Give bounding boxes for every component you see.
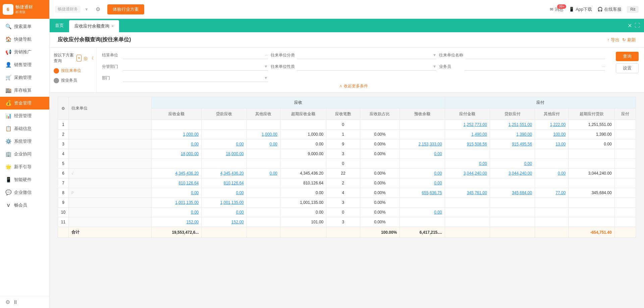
app-download-btn[interactable]: 📱 App下载	[569, 6, 592, 12]
unit-category-input[interactable]	[297, 53, 433, 57]
row-ap-overdue: 1,390.00	[569, 130, 614, 139]
filter-collapse-btn[interactable]: ∧ 收起更多条件	[102, 83, 605, 89]
sidebar-item-hardware[interactable]: 📱 智能硬件	[0, 173, 49, 186]
sidebar-item-finance[interactable]: 💰 资金管理	[0, 97, 49, 109]
row-ar-amount: 0.00	[151, 208, 202, 217]
sidebar-item-marketing[interactable]: 📢 营销推广	[0, 46, 49, 58]
sidebar-item-system[interactable]: ⚙️ 系统管理	[0, 135, 49, 148]
tab-ar-query[interactable]: 应收应付余额查询 ×	[69, 20, 119, 32]
row-ap-amount	[445, 149, 490, 159]
row-ap-overdue	[569, 159, 614, 169]
row-ap-amount: 1,252,773.00	[445, 120, 490, 130]
inventory-icon: 🏬	[5, 87, 11, 93]
col-ar-other: 其他应收	[247, 108, 280, 120]
tab-close-icon[interactable]: ×	[111, 24, 114, 29]
table-row: 4 18,000.00 18,000.00 9,000.00 3 0.00% 0…	[58, 149, 636, 159]
dept-input[interactable]	[123, 76, 264, 80]
sidebar-item-label: 销售管理	[14, 62, 32, 68]
sidebar-item-beginner[interactable]: 🌟 新手引导	[0, 161, 49, 173]
add-filter-btn[interactable]: +	[76, 55, 82, 61]
sidebar-item-sales[interactable]: 👤 销售管理	[0, 58, 49, 71]
row-ar-amount: 152.00	[151, 217, 202, 227]
row-partner	[69, 149, 152, 159]
set-btn[interactable]: 设置	[616, 63, 639, 73]
download-icon: 📱	[569, 7, 574, 12]
wechat-icon: 💬	[5, 189, 11, 195]
col-settings-header[interactable]: ⚙	[58, 97, 69, 120]
row-no: 11	[58, 217, 69, 227]
row-ar-overdue: 101.00	[280, 217, 326, 227]
total-ap-prepaid: 6,417,215....	[400, 227, 445, 238]
row-ar-ratio: 0.00%	[360, 169, 400, 178]
filter-settings-icon[interactable]: ◎	[84, 55, 88, 61]
row-ar-count: 3	[326, 198, 360, 208]
user-menu[interactable]: Rit	[627, 6, 639, 13]
unit-name-input[interactable]	[465, 53, 605, 57]
row-ap-amount: 3,044,240.00	[445, 169, 490, 178]
by-staff-icon	[54, 78, 59, 83]
purchase-icon: 🛒	[5, 75, 11, 81]
sidebar-item-search[interactable]: 🔍 搜索菜单	[0, 20, 49, 33]
sidebar-footer: ⚙ ⏸	[0, 296, 49, 308]
sidebar-item-enterprise[interactable]: 🏢 企业协同	[0, 148, 49, 161]
chevron-down-icon[interactable]: ▼	[85, 7, 89, 12]
row-ar-overdue: 0.00	[280, 208, 326, 217]
sidebar-item-wechat[interactable]: 💬 企业微信	[0, 186, 49, 199]
settlement-unit-dots: ···	[265, 53, 268, 57]
trial-btn[interactable]: 体验行业方案	[107, 4, 144, 14]
row-ar-loan: 4,345,436.20	[202, 169, 247, 178]
window-close-icon[interactable]: ✕	[628, 23, 632, 29]
sidebar-item-inventory[interactable]: 🏬 库存核算	[0, 84, 49, 97]
row-ar-prepaid	[400, 217, 445, 227]
row-ar-other	[247, 120, 280, 130]
message-btn[interactable]: ✉ 消息 99+	[550, 6, 564, 12]
col-partner-header: 往来单位	[69, 97, 152, 120]
collapse-icon[interactable]: ⏸	[13, 299, 18, 305]
row-ap-amount	[445, 198, 490, 208]
sidebar-item-basic[interactable]: 📋 基础信息	[0, 122, 49, 135]
logo-icon: 6	[3, 4, 13, 15]
col-ar-group-header: 应收	[151, 97, 445, 108]
row-ap-overdue	[569, 217, 614, 227]
row-ar-amount: 18,000.00	[151, 149, 202, 159]
sidebar-item-member[interactable]: V 畅会员	[0, 199, 49, 212]
row-ap-loan: 1,251,551.00	[490, 120, 535, 130]
sidebar-item-label: 采购管理	[14, 75, 32, 81]
export-btn[interactable]: ↑ 导出	[607, 37, 620, 43]
sidebar-item-quicknav[interactable]: 🏠 快捷导航	[0, 33, 49, 46]
salesperson-input[interactable]	[465, 64, 602, 69]
sidebar-item-label: 畅会员	[14, 202, 27, 208]
row-ar-count: 0	[326, 159, 360, 169]
finance-icon: 💰	[5, 100, 11, 106]
settings-icon[interactable]: ⚙	[5, 299, 10, 305]
dept-manager-input[interactable]	[123, 64, 264, 69]
row-no: 2	[58, 130, 69, 139]
sidebar-item-operation[interactable]: 📊 经营管理	[0, 109, 49, 122]
tab-home[interactable]: 首页	[50, 19, 69, 32]
filter-row-2: 分管部门 ▼ 往来单位性质 ▼ 业务员	[102, 62, 605, 71]
settlement-unit-input[interactable]	[123, 53, 265, 57]
unit-nature-input[interactable]	[297, 64, 433, 69]
row-ap-loan	[490, 149, 535, 159]
refresh-btn[interactable]: ↻ 刷新	[622, 37, 636, 43]
query-option-by-unit[interactable]: 按往来单位	[50, 66, 96, 76]
query-type-panel: 按以下方案查询 + ◎ 《 按往来单位 按业务员	[50, 48, 97, 92]
filter-collapse-left-icon[interactable]: 《	[90, 55, 94, 61]
row-ap-overdue: 1,251,551.00	[569, 120, 614, 130]
query-option-by-staff[interactable]: 按业务员	[50, 76, 96, 85]
page-content: 应收应付余额查询(按往来单位) ↑ 导出 ↻ 刷新 按以下方案查询 + ◎	[50, 32, 644, 308]
online-service-btn[interactable]: 🎧 在线客服	[597, 6, 622, 12]
row-ar-ratio: 0.00%	[360, 178, 400, 188]
sidebar-item-purchase[interactable]: 🛒 采购管理	[0, 71, 49, 84]
salesperson-dots: ···	[602, 64, 605, 69]
window-expand-icon[interactable]: ⛶	[635, 23, 640, 29]
row-ar-other	[247, 198, 280, 208]
data-table: ⚙ 往来单位 应收 应付 应收金额 贷款应收 其他应收 超期应收金额 应收笔数 …	[58, 97, 636, 238]
query-btn[interactable]: 查询	[616, 52, 639, 61]
gear-icon[interactable]: ⚙	[93, 4, 103, 15]
row-ap-loan: 3,044,240.00	[490, 169, 535, 178]
tabbar: 首页 应收应付余额查询 × ✕ ⛶	[50, 19, 644, 32]
table-row: 8 P 0.00 0.00 0.00 4 0.00% 655,636.75 34…	[58, 188, 636, 198]
message-badge: 99+	[557, 4, 566, 9]
row-ar-ratio: 0.00%	[360, 198, 400, 208]
